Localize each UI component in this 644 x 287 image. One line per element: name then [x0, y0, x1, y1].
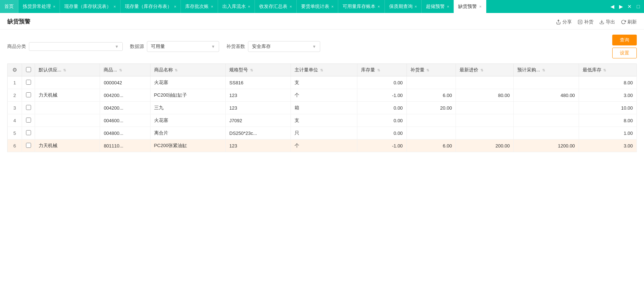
nav-tab-6-close[interactable]: × [290, 4, 292, 9]
nav-tab-1-close[interactable]: × [53, 4, 55, 9]
nav-tab-10[interactable]: 超储预警 × [422, 0, 454, 13]
base-select[interactable]: 安全库存 ▼ [248, 41, 320, 52]
query-button[interactable]: 查询 [612, 35, 637, 45]
nav-tab-9-close[interactable]: × [415, 4, 417, 9]
table-row: 4 004600... 火花塞 J7092 支 0.00 8.00 [8, 114, 637, 127]
nav-tab-7-close[interactable]: × [331, 4, 334, 9]
nav-tab-4-close[interactable]: × [211, 4, 213, 9]
refresh-button[interactable]: 刷新 [621, 19, 637, 25]
nav-tab-3-label: 现存量（库存分布表） [125, 3, 172, 10]
nav-tab-5-close[interactable]: × [248, 4, 250, 9]
row-checkbox-6[interactable] [22, 140, 35, 152]
row-latest-price-6: 200.00 [456, 140, 513, 152]
nav-tab-3-close[interactable]: × [174, 4, 176, 9]
row-name-3: 三九 [150, 102, 226, 114]
nav-tab-2[interactable]: 现存量（库存状况表） × [60, 0, 120, 13]
nav-close-button[interactable]: ✕ [625, 2, 634, 11]
nav-tab-6[interactable]: 收发存汇总表 × [255, 0, 296, 13]
nav-tab-home-label: 首页 [4, 3, 14, 10]
spec-sort-icon[interactable]: ⇅ [250, 68, 253, 72]
code-sort-icon[interactable]: ⇅ [119, 68, 122, 72]
th-checkbox [22, 64, 35, 76]
row-spec-3: 123 [226, 102, 291, 114]
top-nav: 首页 拣货异常处理 × 现存量（库存状况表） × 现存量（库存分布表） × 库存… [0, 0, 644, 13]
supplier-sort-icon[interactable]: ⇅ [63, 68, 66, 72]
unit-sort-icon[interactable]: ⇅ [320, 68, 323, 72]
select-all-checkbox[interactable] [26, 67, 31, 72]
row-checkbox-4[interactable] [22, 114, 35, 127]
row-select-4[interactable] [26, 118, 31, 123]
th-spec: 规格型号 ⇅ [226, 64, 291, 76]
row-code-2: 004200... [100, 89, 150, 102]
row-select-2[interactable] [26, 92, 31, 97]
name-sort-icon[interactable]: ⇅ [175, 68, 178, 72]
stock-sort-icon[interactable]: ⇅ [377, 68, 380, 72]
row-checkbox-3[interactable] [22, 102, 35, 114]
row-checkbox-2[interactable] [22, 89, 35, 102]
category-select[interactable]: ▼ [29, 42, 123, 51]
replenish-button[interactable]: 补货 [578, 19, 593, 25]
nav-tab-11[interactable]: 缺货预警 × [454, 0, 486, 13]
nav-tab-8-close[interactable]: × [378, 4, 380, 9]
nav-prev-button[interactable]: ◀ [608, 2, 617, 11]
row-select-3[interactable] [26, 105, 31, 110]
gear-icon[interactable]: ⚙ [12, 67, 17, 73]
nav-tab-8[interactable]: 可用量库存账本 × [338, 0, 384, 13]
row-stock-1: 0.00 [357, 76, 406, 89]
export-button[interactable]: 导出 [599, 19, 615, 25]
th-supplier-label: 默认供应... [39, 67, 61, 72]
row-stock-6: -1.00 [357, 140, 406, 152]
row-replenish-1 [406, 76, 456, 89]
th-unit: 主计量单位 ⇅ [291, 64, 357, 76]
row-select-6[interactable] [26, 143, 31, 148]
row-checkbox-5[interactable] [22, 127, 35, 140]
row-latest-price-1 [456, 76, 513, 89]
nav-tab-7[interactable]: 要货单统计表 × [297, 0, 338, 13]
setting-button[interactable]: 设置 [612, 48, 637, 58]
th-min-stock: 最低库存 ⇅ [579, 64, 636, 76]
row-name-1: 火花塞 [150, 76, 226, 89]
nav-tab-1[interactable]: 拣货异常处理 × [18, 0, 60, 13]
nav-tab-5[interactable]: 出入库流水 × [218, 0, 255, 13]
datasource-select[interactable]: 可用量 ▼ [147, 41, 219, 52]
export-label: 导出 [606, 19, 615, 25]
row-checkbox-1[interactable] [22, 76, 35, 89]
nav-tab-3[interactable]: 现存量（库存分布表） × [121, 0, 181, 13]
share-button[interactable]: 分享 [556, 19, 572, 25]
nav-tab-2-close[interactable]: × [113, 4, 116, 9]
row-select-5[interactable] [26, 130, 31, 135]
replenish-sort-icon[interactable]: ⇅ [426, 68, 429, 72]
row-num-1: 1 [8, 76, 22, 89]
row-spec-2: 123 [226, 89, 291, 102]
table-row: 2 力天机械 004200... PC200油缸缸子 123 个 -1.00 6… [8, 89, 637, 102]
row-spec-4: J7092 [226, 114, 291, 127]
row-min-stock-2: 3.00 [579, 89, 636, 102]
export-icon [599, 19, 604, 25]
nav-maximize-button[interactable]: □ [634, 2, 643, 11]
row-est-purchase-2: 480.00 [514, 89, 579, 102]
row-latest-price-2: 80.00 [456, 89, 513, 102]
row-min-stock-5: 1.00 [579, 127, 636, 140]
row-select-1[interactable] [26, 80, 31, 85]
th-latest-price-label: 最新进价 [460, 67, 478, 72]
nav-next-button[interactable]: ▶ [617, 2, 625, 11]
nav-tab-home[interactable]: 首页 [0, 0, 18, 13]
base-label: 补货基数 [226, 43, 245, 50]
page-container: 缺货预警 分享 补货 导出 刷新 商品分类 [0, 13, 644, 287]
row-stock-4: 0.00 [357, 114, 406, 127]
nav-tab-10-close[interactable]: × [447, 4, 449, 9]
row-code-4: 004600... [100, 114, 150, 127]
latest-price-sort-icon[interactable]: ⇅ [480, 68, 483, 72]
min-stock-sort-icon[interactable]: ⇅ [603, 68, 606, 72]
nav-tab-9[interactable]: 保质期查询 × [385, 0, 422, 13]
th-name-label: 商品名称 [154, 67, 173, 72]
row-code-1: 0000042 [100, 76, 150, 89]
row-min-stock-6: 3.00 [579, 140, 636, 152]
nav-tab-11-close[interactable]: × [479, 4, 481, 9]
row-min-stock-1: 8.00 [579, 76, 636, 89]
nav-tab-4[interactable]: 库存批次账 × [181, 0, 218, 13]
row-name-4: 火花塞 [150, 114, 226, 127]
est-purchase-sort-icon[interactable]: ⇅ [542, 68, 545, 72]
nav-tab-10-label: 超储预警 [426, 3, 445, 10]
share-label: 分享 [562, 19, 572, 25]
